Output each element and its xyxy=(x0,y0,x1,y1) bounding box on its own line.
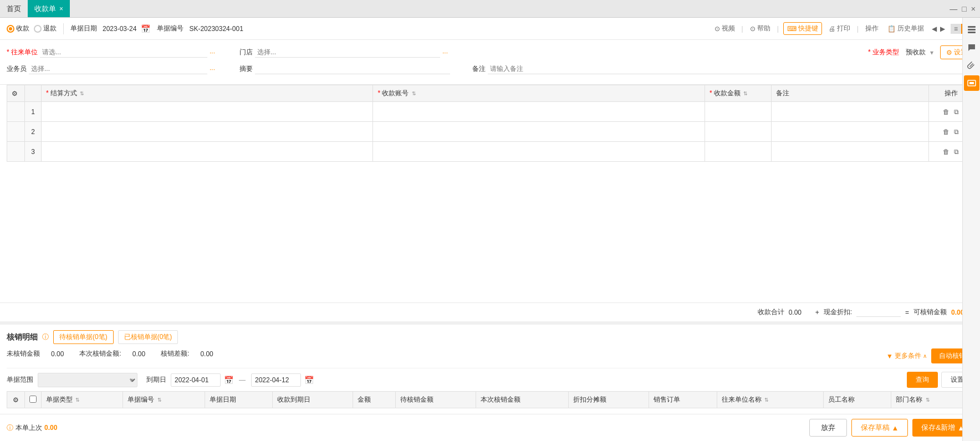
bt-discount-col: 折扣分摊额 xyxy=(569,392,649,408)
date-to-input[interactable] xyxy=(251,373,301,387)
number-value: SK-20230324-001 xyxy=(189,25,243,33)
current-label: 本次核销金额: xyxy=(79,349,121,358)
type-sort-icon[interactable]: ⇅ xyxy=(75,397,80,403)
row-1-delete-btn[interactable]: 🗑 xyxy=(942,107,951,117)
tab-close-icon[interactable]: × xyxy=(59,5,63,13)
counterpart-more-btn[interactable]: ··· xyxy=(207,49,217,57)
help-btn[interactable]: ⊙ 帮助 xyxy=(748,23,773,34)
shortcut-label: 快捷键 xyxy=(798,24,818,33)
tab-home[interactable]: 首页 xyxy=(0,0,28,17)
note-input[interactable] xyxy=(488,64,973,74)
row-3-account[interactable] xyxy=(373,142,705,162)
account-sort-icon[interactable]: ⇅ xyxy=(412,91,416,96)
row-2-copy-btn[interactable]: ⧉ xyxy=(953,127,960,137)
sidebar-table-icon[interactable] xyxy=(964,22,979,38)
bottom-table-container: ⚙ 单据类型 ⇅ 单据编号 ⇅ 单据日期 xyxy=(7,391,973,408)
summary-input[interactable] xyxy=(255,64,450,74)
diff-value: 0.00 xyxy=(200,350,213,358)
date-from-input[interactable] xyxy=(171,373,221,387)
print-btn[interactable]: 🖨 打印 xyxy=(826,23,853,34)
table-gear-header[interactable]: ⚙ xyxy=(7,85,25,102)
counterpart-sort-icon[interactable]: ⇅ xyxy=(764,397,769,403)
row-1-copy-btn[interactable]: ⧉ xyxy=(953,107,960,117)
row-2-note[interactable] xyxy=(771,122,928,142)
row-1-account[interactable] xyxy=(373,102,705,122)
business-type-dropdown-icon[interactable]: ▾ xyxy=(930,49,933,57)
done-tab[interactable]: 已核销单据(0笔) xyxy=(118,330,178,344)
store-more-btn[interactable]: ··· xyxy=(440,49,450,57)
amount-sort-icon[interactable]: ⇅ xyxy=(743,91,748,96)
gear-icon: ⚙ xyxy=(946,49,952,57)
row-3-settlement[interactable] xyxy=(42,142,373,162)
radio-receipt[interactable]: 收款 xyxy=(7,24,29,33)
date-to-cal-icon[interactable]: 📅 xyxy=(304,376,314,384)
sidebar-chat-icon[interactable] xyxy=(964,40,979,55)
bottom-info-icon[interactable]: ⓘ xyxy=(7,423,13,433)
agent-input[interactable] xyxy=(29,64,207,74)
next-arrow[interactable]: ▶ xyxy=(939,25,946,33)
date-from-cal-icon[interactable]: 📅 xyxy=(224,376,233,384)
row-2-settlement[interactable] xyxy=(42,122,373,142)
discount-input[interactable] xyxy=(856,308,901,317)
pending-tab[interactable]: 待核销单据(0笔) xyxy=(53,330,114,344)
number-sort-icon[interactable]: ⇅ xyxy=(157,397,162,403)
bt-gear-col[interactable]: ⚙ xyxy=(7,392,25,408)
verification-table: ⚙ 单据类型 ⇅ 单据编号 ⇅ 单据日期 xyxy=(7,391,973,408)
shortcut-btn[interactable]: ⌨ 快捷键 xyxy=(783,22,822,35)
plus-sign: + xyxy=(815,309,819,316)
prev-arrow[interactable]: ◀ xyxy=(931,25,938,33)
diff-label: 核销差额: xyxy=(161,349,189,358)
summary-label: 摘要 xyxy=(239,64,253,74)
bt-pending-col: 待核销金额 xyxy=(396,392,476,408)
verify-stats: 未核销金额 0.00 本次核销金额: 0.00 核销差额: 0.00 xyxy=(7,349,213,358)
maximize-btn[interactable]: □ xyxy=(962,4,966,13)
verify-header: 核销明细 ⓘ 待核销单据(0笔) 已核销单据(0笔) xyxy=(7,330,973,344)
right-sidebar xyxy=(962,18,980,441)
bottom-left: ⓘ 本单上次 0.00 xyxy=(7,423,57,433)
select-all-checkbox[interactable] xyxy=(29,396,37,403)
row-3-amount[interactable] xyxy=(705,142,771,162)
sidebar-screenshot-icon[interactable] xyxy=(964,75,979,91)
counterpart-input[interactable] xyxy=(40,47,207,58)
available-label: 可核销金额 xyxy=(913,307,947,317)
save-draft-btn[interactable]: 保存草稿 ▲ xyxy=(851,419,908,437)
settlement-sort-icon[interactable]: ⇅ xyxy=(80,91,84,96)
bt-number-col: 单据编号 ⇅ xyxy=(123,392,205,408)
svg-rect-2 xyxy=(968,32,976,33)
row-1-amount[interactable] xyxy=(705,102,771,122)
row-1-settlement[interactable] xyxy=(42,102,373,122)
total-value: 0.00 xyxy=(789,309,811,316)
dept-sort-icon[interactable]: ⇅ xyxy=(926,397,930,403)
row-2-delete-btn[interactable]: 🗑 xyxy=(942,127,951,137)
toolbar-right: ⊙ 视频 | ⊙ 帮助 | ⌨ 快捷键 🖨 打印 | 操作 📋 xyxy=(712,22,973,35)
agent-more-btn[interactable]: ··· xyxy=(207,65,217,73)
row-3-note[interactable] xyxy=(771,142,928,162)
history-btn[interactable]: 📋 历史单据 xyxy=(885,23,926,34)
bottom-info-label: 本单上次 xyxy=(16,423,42,433)
video-btn[interactable]: ⊙ 视频 xyxy=(712,23,737,34)
row-2-amount[interactable] xyxy=(705,122,771,142)
row-1-note[interactable] xyxy=(771,102,928,122)
discard-btn[interactable]: 放弃 xyxy=(809,419,847,437)
sidebar-attachment-icon[interactable] xyxy=(964,58,979,73)
form-area: 往来单位 ··· 门店 ··· * 业务类型 预收款 ▾ ⚙ 设置 xyxy=(0,40,980,85)
more-conditions-btn[interactable]: ▼ 更多条件 ∧ xyxy=(886,351,927,361)
radio-refund[interactable]: 退款 xyxy=(34,24,57,33)
row-3-copy-btn[interactable]: ⧉ xyxy=(953,147,960,157)
tab-receipt[interactable]: 收款单 × xyxy=(28,0,70,17)
verify-info-icon[interactable]: ⓘ xyxy=(42,332,49,342)
store-input[interactable] xyxy=(255,47,440,58)
print-icon: 🖨 xyxy=(829,25,835,33)
row-3-delete-btn[interactable]: 🗑 xyxy=(942,147,951,157)
close-btn[interactable]: × xyxy=(971,4,976,13)
list-view-btn[interactable]: ≡ xyxy=(951,24,961,34)
date-calendar-icon[interactable]: 📅 xyxy=(141,24,150,33)
summary-row: 收款合计 0.00 + 现金折扣: = 可核销金额 0.00 xyxy=(0,302,980,321)
row-2-account[interactable] xyxy=(373,122,705,142)
operation-btn[interactable]: 操作 xyxy=(863,23,881,34)
video-icon: ⊙ xyxy=(714,25,720,33)
minimize-btn[interactable]: — xyxy=(950,4,957,13)
bt-checkbox-col[interactable] xyxy=(25,392,42,408)
query-btn[interactable]: 查询 xyxy=(907,372,938,388)
range-select[interactable] xyxy=(38,373,137,387)
